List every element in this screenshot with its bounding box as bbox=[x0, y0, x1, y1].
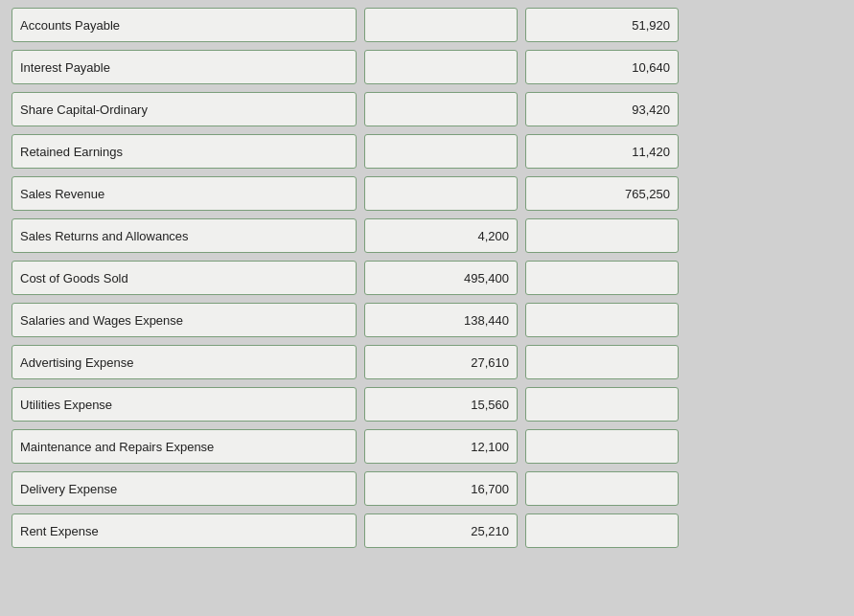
account-name-retained-earnings[interactable]: Retained Earnings bbox=[12, 134, 357, 169]
credit-share-capital[interactable]: 93,420 bbox=[525, 92, 679, 126]
debit-salaries-wages[interactable]: 138,440 bbox=[364, 303, 518, 337]
debit-retained-earnings[interactable] bbox=[364, 134, 518, 169]
account-name-advertising[interactable]: Advertising Expense bbox=[12, 345, 357, 379]
credit-rent[interactable] bbox=[525, 513, 679, 548]
table-row: Interest Payable10,640 bbox=[12, 50, 842, 84]
debit-sales-returns[interactable]: 4,200 bbox=[364, 218, 518, 253]
credit-sales-returns[interactable] bbox=[525, 218, 679, 253]
table-row: Retained Earnings11,420 bbox=[12, 134, 842, 169]
credit-utilities[interactable] bbox=[525, 387, 679, 422]
credit-delivery[interactable] bbox=[525, 471, 679, 506]
debit-rent[interactable]: 25,210 bbox=[364, 513, 518, 548]
credit-maintenance[interactable] bbox=[525, 429, 679, 464]
table-row: Sales Revenue765,250 bbox=[12, 176, 842, 211]
table-row: Delivery Expense16,700 bbox=[12, 471, 842, 506]
debit-sales-revenue[interactable] bbox=[364, 176, 518, 211]
table-row: Sales Returns and Allowances4,200 bbox=[12, 218, 842, 253]
table-row: Share Capital-Ordinary93,420 bbox=[12, 92, 842, 126]
table-row: Accounts Payable51,920 bbox=[12, 8, 842, 42]
debit-accounts-payable[interactable] bbox=[364, 8, 518, 42]
credit-advertising[interactable] bbox=[525, 345, 679, 379]
table-row: Utilities Expense15,560 bbox=[12, 387, 842, 422]
credit-retained-earnings[interactable]: 11,420 bbox=[525, 134, 679, 169]
credit-interest-payable[interactable]: 10,640 bbox=[525, 50, 679, 84]
main-container: Accounts Payable51,920Interest Payable10… bbox=[0, 0, 854, 563]
account-name-rent[interactable]: Rent Expense bbox=[12, 513, 357, 548]
debit-share-capital[interactable] bbox=[364, 92, 518, 126]
account-name-sales-returns[interactable]: Sales Returns and Allowances bbox=[12, 218, 357, 253]
credit-sales-revenue[interactable]: 765,250 bbox=[525, 176, 679, 211]
debit-cost-of-goods[interactable]: 495,400 bbox=[364, 261, 518, 295]
debit-advertising[interactable]: 27,610 bbox=[364, 345, 518, 379]
debit-delivery[interactable]: 16,700 bbox=[364, 471, 518, 506]
credit-salaries-wages[interactable] bbox=[525, 303, 679, 337]
account-name-sales-revenue[interactable]: Sales Revenue bbox=[12, 176, 357, 211]
credit-accounts-payable[interactable]: 51,920 bbox=[525, 8, 679, 42]
table-row: Salaries and Wages Expense138,440 bbox=[12, 303, 842, 337]
account-name-accounts-payable[interactable]: Accounts Payable bbox=[12, 8, 357, 42]
debit-utilities[interactable]: 15,560 bbox=[364, 387, 518, 422]
debit-interest-payable[interactable] bbox=[364, 50, 518, 84]
account-name-maintenance[interactable]: Maintenance and Repairs Expense bbox=[12, 429, 357, 464]
table-row: Advertising Expense27,610 bbox=[12, 345, 842, 379]
account-name-delivery[interactable]: Delivery Expense bbox=[12, 471, 357, 506]
account-name-interest-payable[interactable]: Interest Payable bbox=[12, 50, 357, 84]
table-row: Cost of Goods Sold495,400 bbox=[12, 261, 842, 295]
account-name-utilities[interactable]: Utilities Expense bbox=[12, 387, 357, 422]
account-name-salaries-wages[interactable]: Salaries and Wages Expense bbox=[12, 303, 357, 337]
table-row: Maintenance and Repairs Expense12,100 bbox=[12, 429, 842, 464]
credit-cost-of-goods[interactable] bbox=[525, 261, 679, 295]
table-row: Rent Expense25,210 bbox=[12, 513, 842, 548]
debit-maintenance[interactable]: 12,100 bbox=[364, 429, 518, 464]
account-name-share-capital[interactable]: Share Capital-Ordinary bbox=[12, 92, 357, 126]
account-name-cost-of-goods[interactable]: Cost of Goods Sold bbox=[12, 261, 357, 295]
